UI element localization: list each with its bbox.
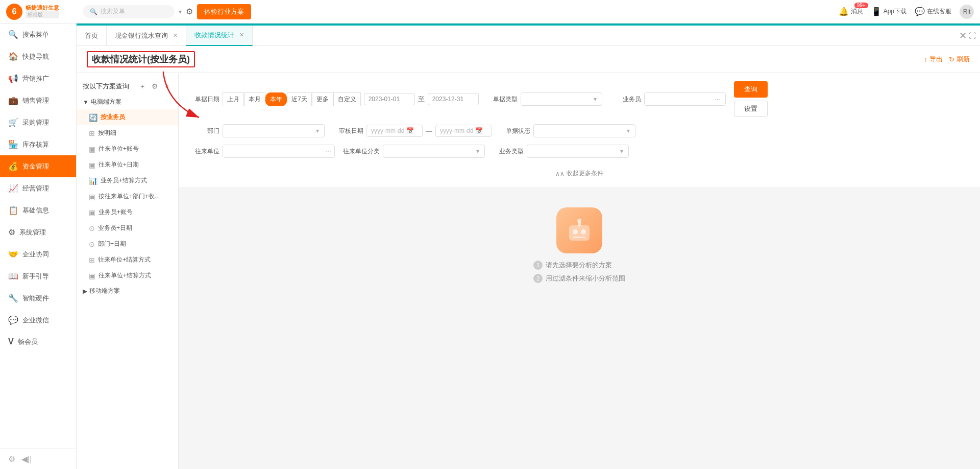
- edition-label: 标准版: [26, 11, 59, 18]
- partner-dots-btn[interactable]: ···: [322, 147, 334, 155]
- date-to-input[interactable]: 2023-12-31: [428, 93, 479, 105]
- online-service-button[interactable]: 💬 在线客服: [915, 7, 951, 16]
- date-btn-this-month[interactable]: 本月: [244, 92, 265, 106]
- calendar-icon-from[interactable]: 📅: [406, 127, 414, 134]
- scheme-partner-account[interactable]: ▣ 往来单位+账号: [77, 141, 178, 157]
- pc-section-title[interactable]: ▼ 电脑端方案: [77, 95, 178, 109]
- settings-footer-icon[interactable]: ⚙: [8, 454, 15, 464]
- tab-home[interactable]: 首页: [77, 26, 107, 46]
- logo-area: 6 畅捷通好生意 标准版: [6, 4, 83, 20]
- export-label: 导出: [929, 55, 943, 64]
- sidebar-item-enterprise[interactable]: 🤝 企业协同: [0, 243, 76, 265]
- add-scheme-button[interactable]: +: [137, 81, 148, 91]
- sidebar-item-finance[interactable]: 💰 资金管理: [0, 155, 76, 177]
- scheme-partner-account-label: 往来单位+账号: [99, 145, 139, 153]
- sidebar-item-purchase[interactable]: 🛒 采购管理: [0, 111, 76, 133]
- sidebar-item-guide[interactable]: 📖 新手引导: [0, 265, 76, 287]
- user-initials: Rit: [963, 8, 971, 15]
- review-date-to-placeholder: yyyy-mm-dd: [440, 127, 473, 134]
- scheme-dept-date[interactable]: ⊙ 部门+日期: [77, 236, 178, 252]
- sidebar-item-marketing[interactable]: 📢 营销推广: [0, 67, 76, 89]
- partner-category-label: 往来单位分类: [343, 147, 380, 156]
- header-search[interactable]: 🔍 搜索菜单: [83, 5, 175, 18]
- refresh-button[interactable]: ↻ 刷新: [949, 55, 970, 64]
- calendar-icon-to[interactable]: 📅: [475, 127, 483, 134]
- partner-input[interactable]: ···: [223, 145, 335, 158]
- sidebar-item-hardware[interactable]: 🔧 智能硬件: [0, 287, 76, 309]
- try-plan-button[interactable]: 体验行业方案: [197, 4, 251, 19]
- scheme-salesperson-date[interactable]: ⊙ 业务员+日期: [77, 220, 178, 236]
- scheme-partner-settlement1-label: 往来单位+结算方式: [98, 255, 151, 264]
- export-button[interactable]: ↑ 导出: [924, 55, 943, 64]
- nav-dropdown-icon[interactable]: ▾: [179, 8, 182, 15]
- collapse-conditions-button[interactable]: ∧∧ 收起更多条件: [189, 165, 970, 182]
- date-btn-more[interactable]: 更多: [312, 92, 333, 106]
- sidebar-item-management[interactable]: 📈 经营管理: [0, 177, 76, 199]
- scheme-salesperson-payment[interactable]: 📊 业务员+结算方式: [77, 173, 178, 189]
- scheme-partner-settlement1[interactable]: ⊞ 往来单位+结算方式: [77, 252, 178, 268]
- tab-close-all[interactable]: ✕: [959, 30, 967, 41]
- collapse-sidebar-icon[interactable]: ◀||: [21, 454, 32, 464]
- tab-collection-stats-close[interactable]: ✕: [239, 32, 244, 38]
- voucher-type-select[interactable]: ▾: [521, 92, 602, 106]
- sidebar-item-sales[interactable]: 💼 销售管理: [0, 89, 76, 111]
- date-btn-this-year[interactable]: 本年: [265, 92, 287, 106]
- search-placeholder: 搜索菜单: [101, 7, 125, 16]
- scheme-detail[interactable]: ⊞ 按明细: [77, 125, 178, 141]
- salesperson-icon: 🔄: [89, 113, 97, 122]
- scheme-salesperson[interactable]: 🔄 按业务员: [77, 109, 178, 125]
- business-type-select[interactable]: ▾: [527, 145, 629, 158]
- enterprise-icon: 🤝: [8, 249, 18, 259]
- sidebar-item-basic[interactable]: 📋 基础信息: [0, 199, 76, 221]
- mobile-section-title[interactable]: ▶ 移动端方案: [77, 284, 178, 298]
- wechat-icon: 💬: [8, 315, 18, 325]
- panel-collapse-button[interactable]: «: [162, 81, 172, 91]
- date-btn-custom[interactable]: 自定义: [333, 92, 361, 106]
- filter-settings-button[interactable]: 设置: [734, 101, 768, 117]
- date-from-input[interactable]: 2023-01-01: [364, 93, 415, 105]
- sidebar-item-wechat[interactable]: 💬 企业微信: [0, 309, 76, 331]
- sidebar-enterprise-label: 企业协同: [22, 250, 49, 259]
- refresh-label: 刷新: [957, 55, 970, 64]
- sidebar-item-system[interactable]: ⚙ 系统管理: [0, 221, 76, 243]
- tab-bank-flow[interactable]: 现金银行流水查询 ✕: [107, 26, 186, 46]
- partner-input-field[interactable]: [223, 145, 322, 157]
- hardware-icon: 🔧: [8, 293, 18, 303]
- salesperson-select[interactable]: ···: [644, 92, 726, 106]
- department-arrow: ▾: [316, 127, 319, 134]
- scheme-salesperson-account-label: 业务员+账号: [99, 208, 133, 217]
- mobile-section-arrow: ▶: [83, 288, 87, 295]
- sidebar-item-search[interactable]: 🔍 搜索菜单: [0, 24, 76, 45]
- app-download-button[interactable]: 📱 App下载: [871, 7, 906, 16]
- department-select[interactable]: ▾: [223, 124, 325, 137]
- review-date-label: 审核日期: [333, 127, 363, 135]
- settings-icon[interactable]: ⚙: [186, 7, 193, 16]
- page-title: 收款情况统计(按业务员): [87, 51, 195, 67]
- query-button[interactable]: 查询: [734, 81, 768, 98]
- step-num-2: 2: [533, 274, 543, 283]
- filter-row-1: 单据日期 上月 本月 本年 近7天 更多 自定义 2023-01-01 至: [189, 81, 970, 117]
- sidebar-item-member[interactable]: V 畅会员: [0, 331, 76, 353]
- sidebar-item-quicknav[interactable]: 🏠 快捷导航: [0, 45, 76, 67]
- partner-category-group: 往来单位分类 ▾: [343, 145, 485, 158]
- user-avatar[interactable]: Rit: [960, 5, 974, 19]
- scheme-partner-date[interactable]: ▣ 往来单位+日期: [77, 157, 178, 173]
- scheme-partner-settlement2[interactable]: ▣ 往来单位+结算方式: [77, 268, 178, 284]
- sidebar-item-inventory[interactable]: 🏪 库存核算: [0, 133, 76, 155]
- voucher-status-select[interactable]: ▾: [533, 124, 635, 137]
- date-btn-last-month[interactable]: 上月: [223, 92, 244, 106]
- tab-bank-flow-close[interactable]: ✕: [173, 32, 178, 39]
- scheme-partner-dept[interactable]: ▣ 按往来单位+部门+收...: [77, 189, 178, 204]
- date-shortcuts: 上月 本月 本年 近7天 更多 自定义: [223, 92, 361, 106]
- review-date-from-input[interactable]: yyyy-mm-dd 📅: [366, 125, 423, 137]
- tab-collection-stats[interactable]: 收款情况统计 ✕: [186, 26, 253, 46]
- tab-maximize[interactable]: ⛶: [969, 32, 976, 40]
- inventory-icon: 🏪: [8, 139, 18, 149]
- scheme-settings-button[interactable]: ⚙: [150, 81, 160, 91]
- date-btn-7days[interactable]: 近7天: [287, 92, 312, 106]
- business-type-label: 业务类型: [493, 147, 524, 156]
- review-date-to-input[interactable]: yyyy-mm-dd 📅: [435, 125, 492, 137]
- scheme-salesperson-account[interactable]: ▣ 业务员+账号: [77, 204, 178, 220]
- partner-category-select[interactable]: ▾: [383, 145, 485, 158]
- message-button[interactable]: 🔔 消息 99+: [839, 7, 863, 16]
